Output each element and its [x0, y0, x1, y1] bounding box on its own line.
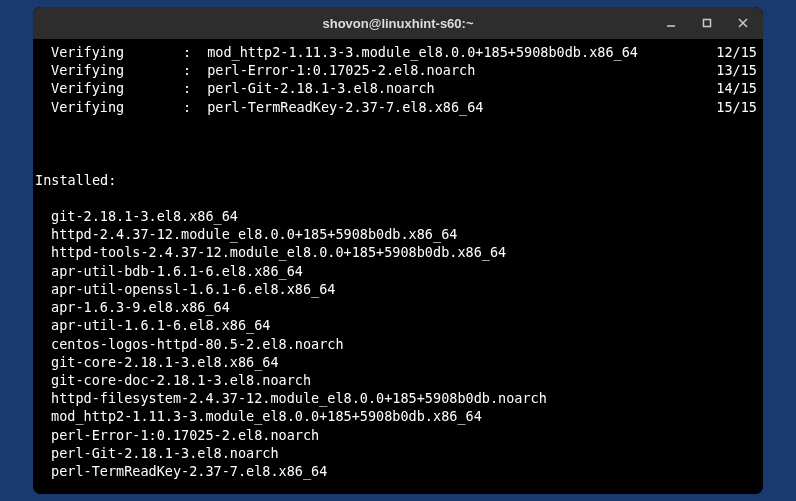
verify-package: perl-TermReadKey-2.37-7.el8.x86_64: [199, 98, 716, 116]
verify-colon: :: [183, 61, 199, 79]
verify-colon: :: [183, 98, 199, 116]
window-controls: [659, 13, 755, 33]
minimize-icon: [666, 18, 676, 28]
svg-rect-1: [704, 20, 711, 27]
installed-package: apr-util-1.6.1-6.el8.x86_64: [35, 316, 761, 334]
verify-package: mod_http2-1.11.3-3.module_el8.0.0+185+59…: [199, 43, 716, 61]
installed-package: git-core-doc-2.18.1-3.el8.noarch: [35, 371, 761, 389]
verify-line: Verifying: perl-TermReadKey-2.37-7.el8.x…: [35, 98, 761, 116]
verify-package: perl-Error-1:0.17025-2.el8.noarch: [199, 61, 716, 79]
installed-package: git-2.18.1-3.el8.x86_64: [35, 207, 761, 225]
verify-count: 15/15: [716, 98, 761, 116]
installed-package: httpd-2.4.37-12.module_el8.0.0+185+5908b…: [35, 225, 761, 243]
installed-package: centos-logos-httpd-80.5-2.el8.noarch: [35, 335, 761, 353]
verify-line: Verifying: perl-Error-1:0.17025-2.el8.no…: [35, 61, 761, 79]
installed-package: perl-Error-1:0.17025-2.el8.noarch: [35, 426, 761, 444]
close-icon: [738, 18, 748, 28]
installed-package: httpd-tools-2.4.37-12.module_el8.0.0+185…: [35, 243, 761, 261]
installed-package: perl-Git-2.18.1-3.el8.noarch: [35, 444, 761, 462]
verify-count: 13/15: [716, 61, 761, 79]
blank-line: [35, 134, 761, 152]
terminal-window: shovon@linuxhint-s60:~ Verifying: mod_ht…: [33, 7, 763, 494]
titlebar: shovon@linuxhint-s60:~: [33, 7, 763, 39]
verify-label: Verifying: [35, 43, 183, 61]
verify-count: 14/15: [716, 79, 761, 97]
verify-label: Verifying: [35, 98, 183, 116]
terminal-body[interactable]: Verifying: mod_http2-1.11.3-3.module_el8…: [33, 39, 763, 494]
close-button[interactable]: [731, 13, 755, 33]
installed-package: apr-util-openssl-1.6.1-6.el8.x86_64: [35, 280, 761, 298]
verify-colon: :: [183, 79, 199, 97]
verify-label: Verifying: [35, 79, 183, 97]
verify-count: 12/15: [716, 43, 761, 61]
installed-package: httpd-filesystem-2.4.37-12.module_el8.0.…: [35, 389, 761, 407]
installed-package: perl-TermReadKey-2.37-7.el8.x86_64: [35, 462, 761, 480]
verify-package: perl-Git-2.18.1-3.el8.noarch: [199, 79, 716, 97]
verify-label: Verifying: [35, 61, 183, 79]
minimize-button[interactable]: [659, 13, 683, 33]
installed-package: mod_http2-1.11.3-3.module_el8.0.0+185+59…: [35, 407, 761, 425]
installed-package: git-core-2.18.1-3.el8.x86_64: [35, 353, 761, 371]
verify-colon: :: [183, 43, 199, 61]
installed-header: Installed:: [35, 171, 761, 189]
maximize-icon: [702, 18, 712, 28]
window-title: shovon@linuxhint-s60:~: [323, 16, 474, 31]
maximize-button[interactable]: [695, 13, 719, 33]
installed-package: apr-util-bdb-1.6.1-6.el8.x86_64: [35, 262, 761, 280]
installed-package: apr-1.6.3-9.el8.x86_64: [35, 298, 761, 316]
verify-line: Verifying: perl-Git-2.18.1-3.el8.noarch1…: [35, 79, 761, 97]
verify-line: Verifying: mod_http2-1.11.3-3.module_el8…: [35, 43, 761, 61]
